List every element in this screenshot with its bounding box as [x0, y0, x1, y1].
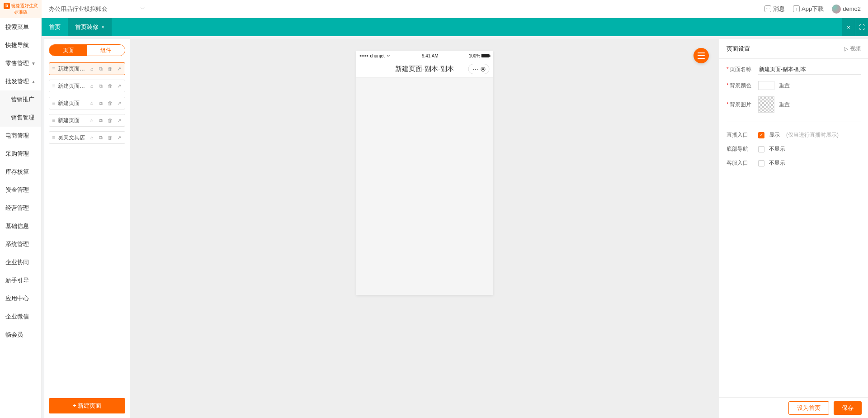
service-checkbox[interactable] [758, 160, 764, 166]
miniprogram-capsule[interactable]: ⋯ [468, 64, 490, 74]
share-icon[interactable]: ↗ [116, 118, 122, 124]
component-drawer-toggle[interactable] [693, 48, 709, 63]
live-checkbox[interactable]: ✓ [758, 132, 764, 138]
target-icon [481, 67, 486, 71]
share-icon[interactable]: ↗ [116, 83, 122, 89]
tab-close-all[interactable]: × [842, 18, 855, 36]
phone-time: 9:41 AM [422, 53, 439, 58]
bottomnav-checkbox[interactable] [758, 146, 764, 152]
drag-icon[interactable]: ≡ [52, 83, 55, 89]
home-icon[interactable]: ⌂ [89, 66, 95, 71]
preview-canvas: chanjetᯤ 9:41 AM 100% 新建页面-副本-副本 ⋯ [130, 39, 719, 418]
tab-strip: 首页 首页装修× × ⛶ [42, 18, 868, 36]
segment-page[interactable]: 页面 [49, 45, 87, 56]
nav-wechat[interactable]: 企业微信 [0, 308, 41, 326]
home-icon[interactable]: ⌂ [89, 135, 95, 140]
nav-marketing[interactable]: 营销推广 [0, 90, 41, 109]
page-item[interactable]: ≡ 新建页面-副本... ⌂ ⧉ 🗑 ↗ [49, 62, 125, 75]
nav-member[interactable]: 畅会员 [0, 326, 41, 344]
delete-icon[interactable]: 🗑 [107, 83, 113, 89]
new-page-button[interactable]: + 新建页面 [49, 398, 125, 413]
home-icon[interactable]: ⌂ [89, 118, 95, 123]
copy-icon[interactable]: ⧉ [98, 66, 104, 72]
nav-quick[interactable]: 快捷导航 [0, 36, 41, 54]
download-icon: ↓ [793, 5, 800, 12]
drag-icon[interactable]: ≡ [52, 134, 55, 141]
chevron-down-icon: ﹀ [140, 5, 145, 12]
fullscreen-icon[interactable]: ⛶ [855, 18, 868, 36]
phone-title-bar: 新建页面-副本-副本 ⋯ [356, 61, 493, 78]
drag-icon[interactable]: ≡ [52, 117, 55, 124]
video-help-link[interactable]: ▷视频 [844, 45, 861, 52]
message-icon: ⋯ [764, 5, 771, 12]
bgcolor-reset[interactable]: 重置 [779, 82, 790, 90]
page-list-panel: 页面 组件 ≡ 新建页面-副本... ⌂ ⧉ 🗑 ↗ ≡ 新建页面-副本 ⌂ ⧉ [44, 39, 130, 418]
phone-body[interactable] [356, 78, 493, 295]
caret-up-icon: ▲ [31, 79, 36, 84]
page-item[interactable]: ≡ 新建页面 ⌂ ⧉ 🗑 ↗ [49, 114, 125, 127]
share-icon[interactable]: ↗ [116, 66, 122, 72]
segment-component[interactable]: 组件 [87, 45, 125, 56]
delete-icon[interactable]: 🗑 [107, 135, 113, 140]
tab-page-design[interactable]: 首页装修× [68, 18, 112, 36]
share-icon[interactable]: ↗ [116, 135, 122, 141]
nav-wholesale[interactable]: 批发管理▲ [0, 72, 41, 90]
page-item[interactable]: ≡ 昊天文具店 ⌂ ⧉ 🗑 ↗ [49, 131, 125, 144]
nav-search[interactable]: 搜索菜单 [0, 18, 41, 36]
wifi-icon: ᯤ [387, 53, 392, 58]
bgcolor-swatch[interactable] [758, 81, 774, 90]
bgimage-picker[interactable] [758, 96, 774, 113]
set-home-button[interactable]: 设为首页 [788, 401, 829, 415]
page-item[interactable]: ≡ 新建页面 ⌂ ⧉ 🗑 ↗ [49, 97, 125, 109]
phone-preview: chanjetᯤ 9:41 AM 100% 新建页面-副本-副本 ⋯ [356, 51, 493, 295]
close-icon[interactable]: × [101, 24, 104, 30]
share-icon[interactable]: ↗ [116, 100, 122, 106]
topbar: b畅捷通好生意 标准版 办公用品行业模拟账套 ﹀ ⋯消息 ↓App下载 demo… [0, 0, 868, 18]
brand-logo[interactable]: b畅捷通好生意 标准版 [0, 0, 42, 18]
nav-sales[interactable]: 销售管理 [0, 109, 41, 127]
home-icon[interactable]: ⌂ [89, 83, 95, 89]
nav-appcenter[interactable]: 应用中心 [0, 290, 41, 308]
drag-icon[interactable]: ≡ [52, 100, 55, 106]
left-nav: 搜索菜单 快捷导航 零售管理▼ 批发管理▲ 营销推广 销售管理 电商管理 采购管… [0, 18, 42, 418]
page-item[interactable]: ≡ 新建页面-副本 ⌂ ⧉ 🗑 ↗ [49, 80, 125, 92]
settings-title: 页面设置 [726, 45, 750, 53]
nav-guide[interactable]: 新手引导 [0, 271, 41, 290]
nav-basicinfo[interactable]: 基础信息 [0, 217, 41, 235]
settings-panel: 页面设置 ▷视频 *页面名称 *背景颜色 重置 *背景图片 重置 [719, 39, 868, 418]
messages-button[interactable]: ⋯消息 [764, 5, 785, 13]
delete-icon[interactable]: 🗑 [107, 100, 113, 106]
more-icon: ⋯ [472, 66, 478, 72]
page-name-input[interactable] [758, 64, 861, 75]
phone-page-title: 新建页面-副本-副本 [395, 65, 454, 73]
segment-control: 页面 组件 [49, 44, 125, 56]
nav-retail[interactable]: 零售管理▼ [0, 54, 41, 72]
delete-icon[interactable]: 🗑 [107, 66, 113, 71]
copy-icon[interactable]: ⧉ [98, 135, 104, 141]
user-menu[interactable]: demo2 [832, 5, 861, 14]
avatar [832, 5, 841, 14]
nav-ecommerce[interactable]: 电商管理 [0, 127, 41, 145]
nav-operation[interactable]: 经营管理 [0, 199, 41, 217]
nav-inventory[interactable]: 库存核算 [0, 163, 41, 181]
nav-system[interactable]: 系统管理 [0, 235, 41, 253]
tab-home[interactable]: 首页 [42, 18, 68, 36]
account-select[interactable]: 办公用品行业模拟账套 ﹀ [49, 5, 145, 13]
bgimage-reset[interactable]: 重置 [779, 101, 790, 109]
copy-icon[interactable]: ⧉ [98, 100, 104, 106]
save-button[interactable]: 保存 [834, 401, 862, 415]
phone-status-bar: chanjetᯤ 9:41 AM 100% [356, 51, 493, 61]
nav-purchase[interactable]: 采购管理 [0, 145, 41, 163]
caret-down-icon: ▼ [31, 61, 36, 66]
play-icon: ▷ [844, 46, 848, 52]
copy-icon[interactable]: ⧉ [98, 118, 104, 124]
home-icon[interactable]: ⌂ [89, 100, 95, 106]
work-area: 页面 组件 ≡ 新建页面-副本... ⌂ ⧉ 🗑 ↗ ≡ 新建页面-副本 ⌂ ⧉ [42, 36, 868, 418]
copy-icon[interactable]: ⧉ [98, 83, 104, 89]
drag-icon[interactable]: ≡ [52, 66, 55, 72]
nav-collab[interactable]: 企业协同 [0, 253, 41, 271]
delete-icon[interactable]: 🗑 [107, 118, 113, 123]
nav-finance[interactable]: 资金管理 [0, 181, 41, 199]
app-download-button[interactable]: ↓App下载 [793, 5, 824, 13]
battery-icon [481, 54, 490, 57]
